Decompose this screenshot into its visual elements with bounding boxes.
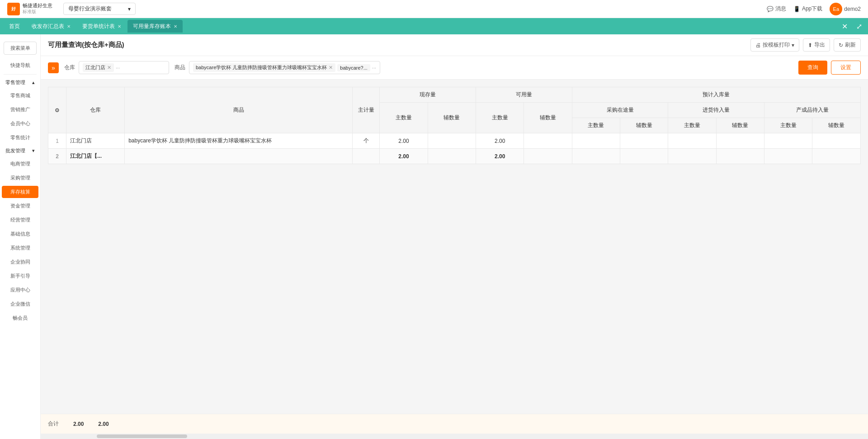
sidebar-search-area: 搜索菜单 [0, 38, 40, 58]
app-download-btn[interactable]: 📱 App下载 [793, 5, 822, 13]
sidebar-item-enterprise-wechat[interactable]: 企业微信 [2, 298, 38, 310]
summary-current-main: 2.00 [73, 421, 84, 427]
sidebar-item-system-mgmt[interactable]: 系统管理 [2, 242, 38, 254]
footer-summary: 合计 2.00 2.00 [41, 414, 868, 434]
sidebar-item-wholesale[interactable]: 批发管理 ▾ [2, 146, 38, 156]
filter-toggle-btn[interactable]: » [48, 62, 59, 73]
row-2-current-main: 2.00 [380, 149, 428, 164]
sidebar-item-marketing[interactable]: 营销推广 [2, 104, 38, 116]
product-filter-input[interactable]: babycare学饮杯 儿童防摔防撞吸管杯重力球吸嘴杯宝宝水杯 ✕ babyca… [189, 61, 380, 74]
sidebar: 搜索菜单 快捷导航 零售管理 ▴ 零售商城 营销推广 会员中心 零售统计 批发管… [0, 34, 41, 439]
row-2-product-aux [812, 149, 861, 164]
row-2-available-main: 2.00 [476, 149, 524, 164]
horizontal-scrollbar[interactable] [41, 434, 868, 439]
tab-available-stock-close[interactable]: ✕ [174, 24, 177, 29]
col-warehouse-h: 仓库 [66, 87, 125, 133]
sidebar-item-inventory[interactable]: 库存核算 [2, 186, 38, 198]
warehouse-tag-close[interactable]: ✕ [107, 65, 111, 71]
sidebar-item-member-center[interactable]: 会员中心 [2, 118, 38, 130]
row-2-warehouse: 江北门店【... [66, 149, 125, 164]
sidebar-search-btn[interactable]: 搜索菜单 [4, 42, 37, 55]
row-2-unit [353, 149, 380, 164]
refresh-icon: ↻ [839, 42, 843, 48]
tab-bar: 首页 收发存汇总表 ✕ 要货单统计表 ✕ 可用量库存账本 ✕ ✕ ⤢ [0, 18, 868, 34]
tab-home[interactable]: 首页 [4, 20, 25, 33]
col-avail-h: 可用量 [476, 87, 572, 103]
sidebar-item-new-guide[interactable]: 新手引导 [2, 270, 38, 282]
tab-close-all[interactable]: ✕ [839, 21, 850, 32]
query-btn[interactable]: 查询 [798, 61, 827, 75]
tab-summary-close[interactable]: ✕ [67, 24, 71, 29]
logo-area: 好 畅捷通好生意 标准版 [7, 3, 52, 15]
message-icon: 💬 [767, 6, 774, 12]
warehouse-tag: 江北门店 ✕ [83, 63, 114, 72]
col-in-aux: 辅数量 [716, 118, 764, 133]
row-1-product-aux [812, 133, 861, 149]
sidebar-item-retail-stats[interactable]: 零售统计 [2, 132, 38, 144]
sidebar-item-member[interactable]: 畅会员 [2, 312, 38, 324]
product-more-btn[interactable]: ··· [372, 65, 376, 71]
user-name: demo2 [844, 6, 861, 12]
sidebar-item-quick-nav[interactable]: 快捷导航 [2, 59, 38, 71]
message-btn[interactable]: 💬 消息 [767, 5, 786, 13]
tab-available-stock-label: 可用量库存账本 [133, 23, 171, 30]
refresh-btn[interactable]: ↻ 刷新 [834, 38, 861, 52]
row-1-warehouse: 江北门店 [66, 133, 125, 149]
top-bar: 好 畅捷通好生意 标准版 母婴行业演示账套 ▾ 💬 消息 📱 App下载 Ea … [0, 0, 868, 18]
sidebar-item-finance[interactable]: 资金管理 [2, 200, 38, 212]
row-2-purchase-aux [620, 149, 668, 164]
sidebar-item-retail-mall[interactable]: 零售商城 [2, 90, 38, 102]
chevron-up-icon: ▴ [32, 80, 35, 85]
tab-summary[interactable]: 收发存汇总表 ✕ [26, 20, 76, 33]
col-incoming-h: 进货待入量 [668, 103, 764, 118]
row-1-current-aux [428, 133, 476, 149]
company-selector[interactable]: 母婴行业演示账套 ▾ [63, 3, 136, 15]
page-title: 可用量查询(按仓库+商品) [48, 41, 124, 49]
warehouse-more-btn[interactable]: ··· [116, 65, 120, 71]
sidebar-item-enterprise-collab[interactable]: 企业协同 [2, 256, 38, 268]
print-btn[interactable]: 🖨 按模板打印 ▾ [750, 38, 799, 52]
sidebar-item-ecommerce[interactable]: 电商管理 [2, 158, 38, 170]
user-menu[interactable]: Ea demo2 [830, 3, 861, 15]
brand-sub: 标准版 [23, 9, 52, 15]
col-product-h: 商品 [125, 87, 353, 133]
print-chevron-icon: ▾ [792, 42, 794, 48]
company-name: 母婴行业演示账套 [68, 5, 112, 13]
col-pp-main: 主数量 [764, 118, 812, 133]
row-1-product: babycare学饮杯 儿童防摔防撞吸管杯重力球吸嘴杯宝宝水杯 [125, 133, 353, 149]
row-2-product [125, 149, 353, 164]
filter-settings-btn[interactable]: 设置 [831, 61, 861, 75]
col-pp-aux: 辅数量 [812, 118, 861, 133]
sidebar-item-app-center[interactable]: 应用中心 [2, 284, 38, 296]
sidebar-item-purchase[interactable]: 采购管理 [2, 172, 38, 184]
filter-actions: 查询 设置 [798, 61, 861, 75]
sidebar-item-retail-mgmt[interactable]: 零售管理 ▴ [2, 77, 38, 88]
export-icon: ⬆ [808, 42, 812, 48]
product-filter-group: 商品 babycare学饮杯 儿童防摔防撞吸管杯重力球吸嘴杯宝宝水杯 ✕ bab… [175, 61, 380, 74]
avatar: Ea [830, 3, 842, 15]
row-1-purchase-aux [620, 133, 668, 149]
scroll-thumb[interactable] [97, 434, 187, 438]
tab-expand[interactable]: ⤢ [854, 21, 864, 32]
export-btn[interactable]: ⬆ 导出 [803, 38, 830, 52]
chevron-down-icon: ▾ [128, 6, 131, 12]
sidebar-item-basic-info[interactable]: 基础信息 [2, 228, 38, 240]
tab-order-close[interactable]: ✕ [118, 24, 121, 29]
sidebar-item-operations[interactable]: 经营管理 [2, 214, 38, 226]
row-2-incoming-aux [716, 149, 764, 164]
warehouse-filter-input[interactable]: 江北门店 ✕ ··· [79, 61, 169, 74]
warehouse-label: 仓库 [64, 64, 75, 71]
product-tag-1: babycare学饮杯 儿童防摔防撞吸管杯重力球吸嘴杯宝宝水杯 ✕ [193, 63, 335, 72]
tab-home-label: 首页 [9, 23, 20, 30]
product-tag-1-close[interactable]: ✕ [329, 65, 333, 71]
logo-icon: 好 [7, 3, 20, 15]
col-settings[interactable]: ⚙ [48, 87, 66, 133]
summary-available-main: 2.00 [98, 421, 108, 427]
top-bar-right: 💬 消息 📱 App下载 Ea demo2 [767, 3, 861, 15]
tab-order-stats[interactable]: 要货单统计表 ✕ [77, 20, 127, 33]
tab-available-stock[interactable]: 可用量库存账本 ✕ [127, 20, 183, 33]
col-avail-main: 主数量 [476, 103, 524, 133]
header-actions: 🖨 按模板打印 ▾ ⬆ 导出 ↻ 刷新 [750, 38, 861, 52]
row-2-purchase-main [572, 149, 620, 164]
mobile-icon: 📱 [793, 6, 800, 12]
